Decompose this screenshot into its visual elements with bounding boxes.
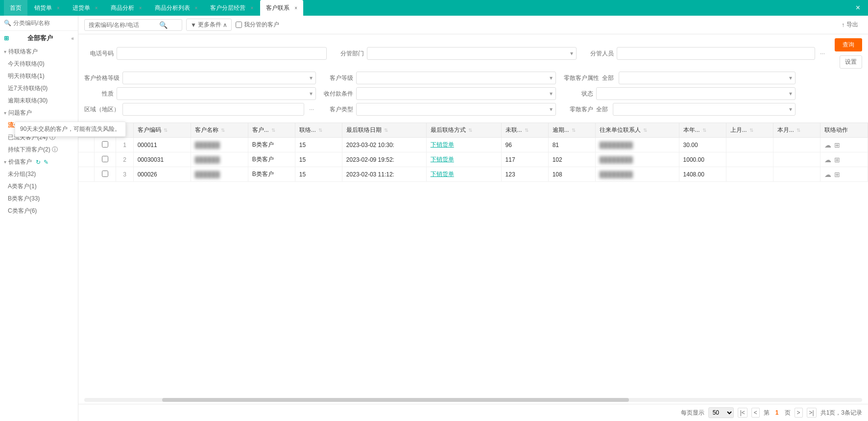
sidebar-group-problem[interactable]: ▾ 问题客户 [0, 107, 78, 119]
row-checkbox-2[interactable] [102, 171, 108, 177]
filter-phone-input[interactable] [117, 47, 327, 60]
filter-status-select[interactable]: ▾ [596, 87, 796, 100]
row-checkbox-0[interactable] [102, 141, 108, 148]
sidebar-search-input[interactable] [13, 20, 78, 26]
th-unlisted[interactable]: 未联... ⇅ [501, 123, 548, 138]
filter-dept-select[interactable]: ▾ [367, 47, 577, 60]
per-page-select[interactable]: 50 20 100 [708, 407, 734, 418]
action-icon-2-2[interactable]: ⊞ [834, 171, 840, 178]
sidebar-item-unclassified[interactable]: 未分组(32) [0, 168, 78, 180]
page-suffix: 页 [785, 409, 791, 417]
row-action-2: ☁ ⊞ [820, 167, 868, 182]
window-close-button[interactable]: × [852, 3, 864, 12]
filter-customer-tier-select[interactable]: ▾ [356, 72, 555, 84]
contact-sort-icon: ⇅ [318, 127, 322, 133]
row-checkbox-cell-0[interactable] [94, 138, 116, 152]
nav-tab-sales[interactable]: 销货单 × [28, 0, 66, 16]
product-analysis-tab-close[interactable]: × [139, 5, 142, 11]
nav-tab-customer-tier[interactable]: 客户分层经营 × [204, 0, 259, 16]
filter-customer-type-select[interactable]: ▾ [356, 103, 555, 116]
th-last-contact-date[interactable]: 最后联络日期 ⇅ [342, 123, 426, 138]
action-icon-1-0[interactable]: ☁ [824, 141, 831, 149]
filter-phone: 电话号码 [84, 47, 327, 60]
row-last-month-2 [726, 167, 773, 182]
value-edit-icon[interactable]: ✎ [44, 159, 48, 166]
th-contact-person[interactable]: 往来单位联系人 ⇅ [595, 123, 679, 138]
scrollbar-thumb[interactable] [162, 398, 629, 402]
export-button[interactable]: ↑ 导出 [838, 19, 862, 30]
action-icon-1-1[interactable]: ☁ [824, 156, 831, 164]
nav-tab-product-list[interactable]: 商品分析列表 × [149, 0, 204, 16]
row-last-method-2[interactable]: 下销货单 [426, 167, 501, 182]
purchase-tab-close[interactable]: × [95, 5, 98, 11]
action-icon-2-1[interactable]: ⊞ [834, 156, 840, 164]
nav-tab-customer-contact[interactable]: 客户联系 × [260, 0, 303, 16]
th-this-month[interactable]: 本月... ⇅ [773, 123, 820, 138]
retail-attr-prefix: 全部 [602, 74, 614, 82]
filter-payment-select[interactable]: ▾ [356, 87, 555, 100]
first-page-btn[interactable]: |< [738, 408, 747, 418]
th-contact[interactable]: 联络... ⇅ [295, 123, 342, 138]
filter-price-tier: 客户价格等级 ▾ [84, 72, 316, 84]
th-last-month[interactable]: 上月... ⇅ [726, 123, 773, 138]
prev-page-btn[interactable]: < [751, 408, 760, 418]
filter-region-dots[interactable]: ··· [307, 106, 316, 113]
row-action-1: ☁ ⊞ [820, 152, 868, 167]
filter-person-select[interactable] [617, 47, 815, 60]
my-customer-checkbox-area[interactable]: 我分管的客户 [236, 21, 279, 29]
next-page-btn[interactable]: > [795, 408, 803, 418]
sidebar-item-class-c[interactable]: C类客户(6) [0, 205, 78, 217]
filter-person-dots[interactable]: ··· [818, 50, 827, 57]
sales-tab-close[interactable]: × [57, 5, 60, 11]
nav-tab-home[interactable]: 首页 [4, 0, 27, 16]
th-last-contact-method[interactable]: 最后联络方式 ⇅ [426, 123, 501, 138]
row-checkbox-cell-1[interactable] [94, 152, 116, 167]
th-type[interactable]: 客户... ⇅ [248, 123, 295, 138]
sidebar-collapse-btn[interactable]: « [71, 36, 74, 41]
filter-retail-select[interactable]: ▾ [613, 103, 796, 116]
product-list-tab-close[interactable]: × [195, 5, 198, 11]
row-settings-0 [78, 138, 94, 152]
sidebar-item-today[interactable]: 今天待联络(0) [0, 58, 78, 70]
settings-button[interactable]: 设置 [840, 55, 862, 69]
action-icon-1-2[interactable]: ☁ [824, 171, 831, 178]
sidebar-item-overdue[interactable]: 逾期未联络(30) [0, 95, 78, 107]
person-sort-icon: ⇅ [643, 127, 647, 133]
sidebar-root-header[interactable]: ⊞ 全部客户 « [0, 31, 78, 46]
sidebar-item-class-a[interactable]: A类客户(1) [0, 180, 78, 193]
scrollbar-track[interactable] [84, 398, 862, 402]
sidebar-item-7days[interactable]: 近7天待联络(0) [0, 82, 78, 95]
sidebar-item-declining[interactable]: 持续下滑客户(2) ⓘ [0, 144, 78, 156]
nav-tab-product-analysis[interactable]: 商品分析 × [105, 0, 148, 16]
row-last-date-0: 2023-03-02 10:30: [342, 138, 426, 152]
my-customer-checkbox[interactable] [236, 22, 242, 28]
action-icon-2-0[interactable]: ⊞ [834, 141, 840, 149]
sidebar-group-pending[interactable]: ▾ 待联络客户 [0, 46, 78, 58]
th-overdue[interactable]: 逾期... ⇅ [548, 123, 595, 138]
filter-retail-attr: 零散客户属性 全部 ▾ [564, 72, 796, 84]
nav-tab-purchase[interactable]: 进货单 × [67, 0, 104, 16]
th-this-year[interactable]: 本年... ⇅ [679, 123, 726, 138]
row-checkbox-1[interactable] [102, 156, 108, 162]
row-last-method-0[interactable]: 下销货单 [426, 138, 501, 152]
filter-retail-attr-select[interactable]: ▾ [619, 72, 796, 84]
sidebar-group-value[interactable]: ▾ 价值客户 ↻ ✎ [0, 156, 78, 168]
customer-contact-tab-close[interactable]: × [294, 5, 297, 11]
th-name[interactable]: 客户名称 ⇅ [191, 123, 248, 138]
search-input[interactable] [89, 22, 157, 28]
filter-price-select[interactable]: ▾ [122, 72, 316, 84]
search-icon-btn[interactable]: 🔍 [159, 21, 168, 29]
query-button[interactable]: 查询 [835, 38, 862, 51]
sidebar-item-tomorrow[interactable]: 明天待联络(1) [0, 70, 78, 82]
customer-tier-tab-close[interactable]: × [250, 5, 253, 11]
more-filter-button[interactable]: ▼ 更多条件 ∧ [186, 19, 232, 31]
filter-nature-select[interactable]: ▾ [117, 87, 316, 100]
th-code[interactable]: 客户编码 ⇅ [133, 123, 191, 138]
horizontal-scrollbar-area[interactable] [78, 396, 868, 404]
filter-region-select[interactable] [122, 103, 304, 116]
sidebar-item-class-b[interactable]: B类客户(33) [0, 193, 78, 205]
row-last-method-1[interactable]: 下销货单 [426, 152, 501, 167]
last-page-btn[interactable]: >| [807, 408, 817, 418]
value-refresh-icon[interactable]: ↻ [36, 159, 41, 166]
row-checkbox-cell-2[interactable] [94, 167, 116, 182]
